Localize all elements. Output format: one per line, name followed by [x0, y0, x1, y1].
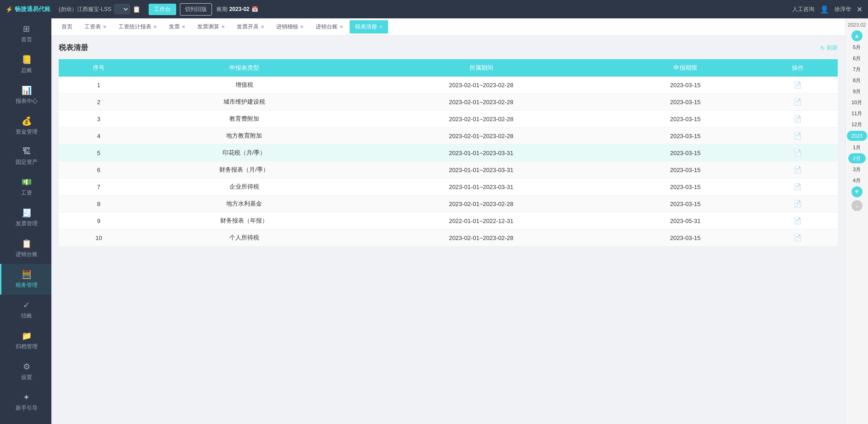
- cell-deadline: 2023-03-15: [613, 111, 758, 128]
- tab-close-invoice_calc[interactable]: ✕: [221, 24, 225, 29]
- month-btn-2022-6月[interactable]: 6月: [848, 53, 866, 63]
- tab-close-salary_report[interactable]: ✕: [153, 24, 157, 29]
- action-icon-1[interactable]: 📄: [794, 98, 801, 106]
- sidebar-label-ledger: 总账: [21, 67, 32, 74]
- action-icon-4[interactable]: 📄: [794, 149, 801, 156]
- month-btn-2022-10月[interactable]: 10月: [848, 97, 866, 107]
- month-btn-2022-7月[interactable]: 7月: [848, 64, 866, 74]
- cell-action[interactable]: 📄: [758, 162, 838, 179]
- action-icon-2[interactable]: 📄: [794, 115, 801, 123]
- month-btn-2022-12月[interactable]: 12月: [848, 119, 866, 129]
- month-btn-2022-9月[interactable]: 9月: [848, 86, 866, 96]
- cell-type: 财务报表（月/季）: [139, 162, 349, 179]
- cell-period: 2022-01-01~2022-12-31: [350, 212, 613, 229]
- sidebar-label-report: 报表中心: [16, 97, 38, 105]
- month-btn-2023-2月[interactable]: 2月: [848, 153, 866, 163]
- tab-home[interactable]: 首页: [56, 20, 78, 33]
- cell-action[interactable]: 📄: [758, 145, 838, 162]
- cell-action[interactable]: 📄: [758, 179, 838, 195]
- cell-deadline: 2023-03-15: [613, 94, 758, 111]
- tab-close-invoice[interactable]: ✕: [182, 24, 185, 29]
- sidebar-item-asset[interactable]: 🏗固定资产: [0, 141, 51, 172]
- tab-purchase_ledger[interactable]: 进销台账✕: [310, 20, 349, 33]
- action-icon-3[interactable]: 📄: [794, 132, 801, 139]
- tab-close-purchase_ledger[interactable]: ✕: [339, 24, 343, 29]
- sidebar-item-close[interactable]: ✓结账: [0, 295, 51, 325]
- sidebar-item-ledger[interactable]: 📒总账: [0, 49, 51, 80]
- page-title: 税表清册: [59, 43, 88, 53]
- tab-close-purchase_check[interactable]: ✕: [300, 24, 304, 29]
- sidebar-item-reconcile[interactable]: 📋进销台账: [0, 233, 51, 264]
- month-btn-2023-1月[interactable]: 1月: [848, 142, 866, 152]
- sidebar-item-report[interactable]: 📊报表中心: [0, 80, 51, 111]
- old-ui-button[interactable]: 切到旧版: [180, 3, 212, 16]
- cell-no: 8: [59, 195, 139, 212]
- cell-action[interactable]: 📄: [758, 128, 838, 145]
- close-window-icon[interactable]: ✕: [857, 5, 862, 14]
- cell-action[interactable]: 📄: [758, 195, 838, 212]
- app-name: 畅捷通易代账: [15, 5, 50, 13]
- sidebar-icon-reconcile: 📋: [22, 239, 32, 249]
- action-icon-7[interactable]: 📄: [794, 200, 801, 207]
- tab-close-tax_form[interactable]: ✕: [379, 24, 383, 29]
- action-icon-8[interactable]: 📄: [794, 217, 801, 224]
- table-row: 10 个人所得税 2023-02-01~2023-02-28 2023-03-1…: [59, 229, 838, 246]
- tab-salary_report[interactable]: 工资统计报表✕: [113, 20, 162, 33]
- table-row: 2 城市维护建设税 2023-02-01~2023-02-28 2023-03-…: [59, 94, 838, 111]
- action-icon-5[interactable]: 📄: [794, 166, 801, 173]
- tab-invoice_calc[interactable]: 发票测算✕: [192, 20, 230, 33]
- panel-year-2023[interactable]: 2023: [847, 131, 867, 141]
- tab-invoice_open[interactable]: 发票开具✕: [231, 20, 270, 33]
- action-icon-9[interactable]: 📄: [794, 234, 801, 241]
- panel-up-arrow[interactable]: ▲: [851, 30, 862, 41]
- month-btn-2022-8月[interactable]: 8月: [848, 75, 866, 85]
- sidebar-item-fund[interactable]: 💰资金管理: [0, 111, 51, 141]
- month-btn-2022-11月[interactable]: 11月: [848, 108, 866, 118]
- sidebar-item-member[interactable]: V畅会员: [0, 418, 51, 424]
- sidebar-item-tax[interactable]: 🧮税务管理: [0, 264, 51, 295]
- cell-action[interactable]: 📄: [758, 77, 838, 94]
- action-icon-6[interactable]: 📄: [794, 183, 801, 190]
- refresh-icon: ↻: [820, 45, 825, 51]
- sidebar-label-archive: 归档管理: [16, 343, 38, 351]
- cell-no: 6: [59, 162, 139, 179]
- action-icon-0[interactable]: 📄: [794, 81, 801, 89]
- sidebar-item-settings[interactable]: ⚙设置: [0, 356, 51, 387]
- sidebar-item-invoice[interactable]: 🧾发票管理: [0, 202, 51, 233]
- sidebar-item-guide[interactable]: ✦新手引导: [0, 387, 51, 418]
- cell-action[interactable]: 📄: [758, 94, 838, 111]
- user-name: 徐淳华: [835, 6, 851, 13]
- tab-purchase_check[interactable]: 进销稽核✕: [271, 20, 309, 33]
- panel-down-arrow[interactable]: ▼: [851, 186, 862, 197]
- human-consult-btn[interactable]: 人工咨询: [792, 6, 814, 13]
- panel-collapse-btn[interactable]: ⌄: [851, 200, 862, 211]
- calendar-icon[interactable]: 📅: [251, 6, 258, 12]
- table-row: 1 增值税 2023-02-01~2023-02-28 2023-03-15 📄: [59, 77, 838, 94]
- month-btn-2023-3月[interactable]: 3月: [848, 164, 866, 174]
- refresh-button[interactable]: ↻ 刷新: [820, 44, 838, 52]
- cell-no: 7: [59, 179, 139, 195]
- tab-close-salary[interactable]: ✕: [103, 24, 106, 29]
- tab-close-invoice_open[interactable]: ✕: [261, 24, 264, 29]
- company-dropdown[interactable]: [114, 4, 130, 14]
- cell-action[interactable]: 📄: [758, 229, 838, 246]
- tab-invoice[interactable]: 发票✕: [163, 20, 191, 33]
- tab-tax_form[interactable]: 税表清册✕: [350, 20, 388, 33]
- cell-no: 9: [59, 212, 139, 229]
- table-row: 8 地方水利基金 2023-02-01~2023-02-28 2023-03-1…: [59, 195, 838, 212]
- month-btn-2023-4月[interactable]: 4月: [848, 175, 866, 185]
- cell-type: 地方水利基金: [139, 195, 349, 212]
- sidebar-item-home[interactable]: ⊞首页: [0, 18, 51, 49]
- sidebar-label-guide: 新手引导: [16, 404, 38, 412]
- sidebar-item-salary[interactable]: 💵工资: [0, 172, 51, 202]
- sidebar-label-close: 结账: [21, 312, 32, 320]
- page-content: 税表清册 ↻ 刷新 序号申报表类型所属期间申报期限操作 1 增值税 2023-0…: [51, 36, 845, 424]
- tab-salary[interactable]: 工资表✕: [79, 20, 112, 33]
- tab-bar: 首页工资表✕工资统计报表✕发票✕发票测算✕发票开具✕进销稽核✕进销台账✕税表清册…: [51, 18, 845, 36]
- cell-action[interactable]: 📄: [758, 111, 838, 128]
- workspace-button[interactable]: 工作台: [149, 4, 176, 15]
- tab-label-salary_report: 工资统计报表: [118, 23, 151, 31]
- sidebar-item-archive[interactable]: 📁归档管理: [0, 325, 51, 356]
- month-btn-2022-5月[interactable]: 5月: [848, 42, 866, 52]
- cell-action[interactable]: 📄: [758, 212, 838, 229]
